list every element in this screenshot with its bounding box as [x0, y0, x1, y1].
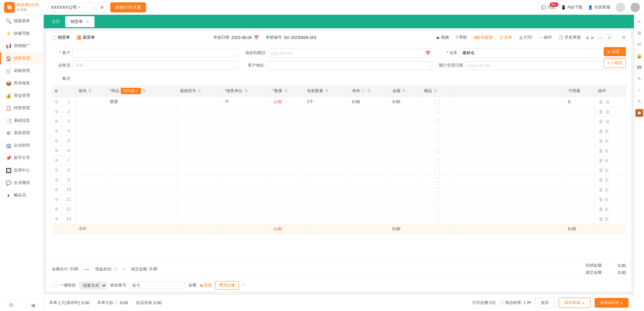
qty-sort[interactable]: ⇅ [284, 88, 288, 93]
row13-settings[interactable]: ⚙ [52, 214, 62, 224]
sidebar-settings-btn[interactable]: ⚙ [9, 302, 13, 308]
row5-delete-btn[interactable]: 🗑 [599, 138, 603, 144]
pack-sort[interactable]: ⇅ [325, 88, 328, 93]
row4-delete-btn[interactable]: 🗑 [599, 128, 603, 134]
row2-spec[interactable] [177, 107, 222, 117]
sidebar-item-app-center[interactable]: 🔲 应用中心 [0, 164, 43, 177]
gift-sort[interactable]: ⇅ [434, 88, 437, 93]
payment-method-select[interactable]: 结算方式 [79, 281, 107, 289]
rt-btn-2[interactable]: ⊞ [635, 29, 643, 37]
row12-copy-btn[interactable]: ⊞ [605, 206, 609, 212]
row1-unit-price[interactable]: 0.00 [349, 97, 390, 107]
row13-delete-btn[interactable]: 🗑 [599, 216, 603, 222]
row3-barcode[interactable] [75, 117, 107, 126]
row1-product[interactable]: 拆货 [107, 97, 177, 107]
doc-type-return[interactable]: 退货单 [77, 35, 95, 40]
save-draft-chevron[interactable]: ∧ [582, 301, 585, 305]
sidebar-item-member[interactable]: ♦ 畅会员 [0, 189, 43, 201]
arrears-info-icon[interactable]: ⓘ [115, 300, 119, 306]
row3-pack[interactable] [304, 117, 349, 126]
sidebar-item-inventory[interactable]: 📦 库存核算 [0, 77, 43, 89]
nav-prev-btn[interactable]: ◀ [585, 35, 589, 40]
row3-copy-btn[interactable]: ⊞ [606, 119, 610, 124]
discount-info-icon[interactable]: ⓘ [114, 266, 118, 272]
add-payment-btn[interactable]: ● 添加 [200, 282, 212, 288]
customer-input[interactable]: ... [72, 49, 239, 57]
sidebar-item-marketing[interactable]: 📢 营销推广 [0, 40, 43, 52]
row2-product[interactable] [107, 107, 177, 117]
unit-sort[interactable]: ⇅ [244, 88, 248, 93]
row2-unit[interactable] [222, 107, 270, 117]
row4-copy-btn[interactable]: ⊞ [605, 128, 609, 134]
info-icon[interactable]: ⓘ [361, 88, 365, 93]
row7-settings[interactable]: ⚙ [52, 156, 62, 165]
doc-type-sales[interactable]: 销货单 [52, 35, 70, 40]
row12-delete-btn[interactable]: 🗑 [599, 206, 603, 212]
operate-btn[interactable]: ⋯ 操作 [537, 34, 554, 41]
row7-delete-btn[interactable]: 🗑 [599, 158, 603, 163]
row5-settings[interactable]: ⚙ [52, 136, 62, 146]
row2-copy-btn[interactable]: ⊞ [606, 109, 610, 114]
row3-qty[interactable] [270, 117, 304, 126]
row3-settings[interactable]: ⚙ [52, 117, 62, 126]
rt-btn-5[interactable]: ☎ [635, 63, 643, 71]
select-btn[interactable]: ☰ 选单 [497, 34, 514, 41]
tab-home[interactable]: 首页 [46, 16, 65, 27]
payment-help-icon[interactable]: ? [242, 283, 244, 288]
rt-btn-4[interactable]: 🔒 [635, 52, 643, 60]
row2-delete-btn[interactable]: 🗑 [599, 109, 603, 114]
sidebar-item-search[interactable]: 🔍 搜索菜单 [0, 15, 43, 27]
history-btn[interactable]: 🕐 历史单据 [557, 34, 583, 41]
row2-gift[interactable] [421, 107, 453, 117]
print-btn[interactable]: 🖨 打印 [517, 34, 534, 41]
row6-settings[interactable]: ⚙ [52, 146, 62, 156]
rt-btn-1[interactable]: ≡ [635, 17, 643, 26]
row11-settings[interactable]: ⚙ [52, 195, 62, 204]
calendar-icon[interactable]: 📅 [425, 51, 430, 55]
row10-copy-btn[interactable]: ⊞ [605, 187, 609, 192]
row1-settings[interactable]: ⚙ [52, 97, 62, 107]
due-date-input[interactable]: yyyy-mm-dd 📅 [268, 49, 432, 57]
row8-delete-btn[interactable]: 🗑 [599, 167, 603, 173]
amount-sort[interactable]: ⇅ [402, 88, 406, 93]
sidebar-item-sales[interactable]: 🏠 销售管理 [0, 52, 43, 65]
avatar[interactable] [616, 3, 625, 12]
row11-copy-btn[interactable]: ⊞ [605, 197, 609, 202]
row1-spec[interactable] [177, 97, 222, 107]
sidebar-item-system[interactable]: ⚙ 系统管理 [0, 127, 43, 139]
save-new-button[interactable]: 保存&新增 ∧ [595, 298, 629, 308]
sidebar-item-enterprise[interactable]: 🏢 企业协同 [0, 139, 43, 152]
product-sort[interactable]: ⇅ [143, 88, 146, 93]
account-input[interactable] [130, 282, 185, 289]
row3-price[interactable] [349, 117, 390, 126]
close-form-btn[interactable]: ✕ [621, 34, 626, 41]
row2-amount[interactable] [389, 107, 421, 117]
row1-pack-qty[interactable]: 1个 [304, 97, 349, 107]
abandon-button[interactable]: 放弃 [535, 298, 555, 308]
row6-delete-btn[interactable]: 🗑 [599, 148, 603, 153]
rt-btn-6[interactable]: ✎ [635, 75, 643, 83]
row2-qty[interactable] [270, 107, 304, 117]
barcode-sort[interactable]: ⇅ [88, 88, 91, 93]
save-draft-button[interactable]: 保存草稿 ∧ [559, 298, 591, 308]
row2-settings[interactable]: ⚙ [52, 107, 62, 117]
view-list-btn[interactable]: ≡ [597, 34, 603, 41]
row1-amount[interactable]: 0.00 [389, 97, 421, 107]
shortcut-btn[interactable]: ⌨ 快捷键 [472, 34, 495, 41]
remarks-input[interactable] [72, 74, 626, 83]
video-btn[interactable]: ▶ 视频 [435, 34, 451, 41]
sidebar-item-quick-nav[interactable]: ⚡ 快捷导航 [0, 27, 43, 40]
row3-gift[interactable] [421, 117, 453, 126]
row3-unit[interactable] [222, 117, 270, 126]
sidebar-item-basic[interactable]: 📑 基础信息 [0, 114, 43, 127]
row6-copy-btn[interactable]: ⊞ [605, 148, 609, 153]
settings-button[interactable]: ⚙ [97, 2, 107, 12]
row9-delete-btn[interactable]: 🗑 [599, 177, 603, 183]
warehouse-input[interactable]: 建材仓 ... [459, 48, 626, 57]
tab-sales-order[interactable]: 销货单 ✕ [65, 16, 94, 27]
message-button[interactable]: 💬 消息 99+ [541, 4, 556, 10]
th-settings[interactable]: ⚙ [52, 85, 62, 97]
help-btn[interactable]: ? 帮助 [454, 34, 469, 41]
row8-copy-btn[interactable]: ⊞ [605, 167, 609, 173]
rt-btn-9[interactable]: 🔲 [635, 109, 643, 117]
